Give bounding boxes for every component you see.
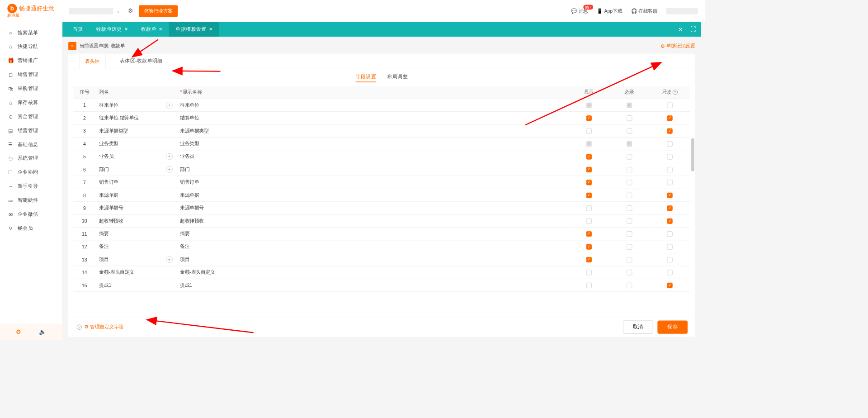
checkbox[interactable] — [627, 218, 632, 224]
cell-display[interactable]: 金额-表头自定义 — [176, 266, 569, 279]
sidebar-item[interactable]: 🛍采购管理 — [0, 81, 62, 95]
user-block[interactable] — [666, 8, 698, 14]
checkbox[interactable] — [667, 244, 672, 250]
sidebar-item[interactable]: ⌂快捷导航 — [0, 40, 62, 54]
cell-display[interactable]: 销售订单 — [176, 176, 569, 189]
sound-icon[interactable]: 🔈 — [39, 328, 46, 335]
add-icon[interactable]: + — [166, 102, 173, 109]
checkbox[interactable] — [627, 167, 632, 172]
checkbox[interactable] — [627, 180, 632, 185]
close-icon[interactable]: ✕ — [124, 27, 128, 32]
scrollbar-thumb[interactable] — [691, 138, 694, 171]
cell-display[interactable]: 来源单据类型 — [176, 124, 569, 137]
checkbox[interactable] — [586, 167, 591, 172]
sidebar-item[interactable]: 🎁营销推广 — [0, 54, 62, 68]
checkbox[interactable] — [667, 154, 672, 159]
settings-icon[interactable]: ⚙ — [16, 328, 21, 335]
checkbox[interactable] — [586, 154, 591, 159]
sidebar-item[interactable]: ☰基础信息 — [0, 138, 62, 152]
sidebar-item[interactable]: ▤经营管理 — [0, 124, 62, 138]
sidebar-item[interactable]: ⌂库存核算 — [0, 95, 62, 109]
tab[interactable]: 首页 — [66, 22, 90, 37]
sidebar-item[interactable]: ◻销售管理 — [0, 68, 62, 82]
checkbox[interactable] — [667, 283, 672, 288]
checkbox[interactable] — [586, 128, 591, 134]
collapse-handle-icon[interactable]: » — [68, 42, 76, 50]
sidebar-item[interactable]: V畅会员 — [0, 221, 62, 235]
sidebar-item[interactable]: ✉企业微信 — [0, 207, 62, 221]
cell-display[interactable]: 业务员 — [176, 150, 569, 163]
checkbox[interactable] — [586, 115, 591, 121]
close-icon[interactable]: ✕ — [159, 27, 162, 32]
cell-display[interactable]: 摘要 — [176, 228, 569, 240]
checkbox[interactable] — [667, 103, 672, 108]
cell-display[interactable]: 部门 — [176, 163, 569, 176]
cell-display[interactable]: 提成1 — [176, 279, 569, 291]
subtab-fields[interactable]: 字段设置 — [356, 74, 377, 83]
cancel-button[interactable]: 取消 — [623, 320, 653, 333]
checkbox[interactable] — [586, 218, 591, 224]
app-download-link[interactable]: 📱 App下载 — [597, 8, 622, 14]
cell-display[interactable]: 来源单据 — [176, 189, 569, 201]
sidebar-item[interactable]: ⊙资金管理 — [0, 109, 62, 124]
checkbox[interactable] — [627, 154, 632, 159]
cell-display[interactable]: 超收转预收 — [176, 214, 569, 227]
checkbox[interactable] — [627, 270, 632, 275]
checkbox[interactable] — [586, 244, 591, 250]
messages-link[interactable]: 💬 消息 99+ — [571, 8, 588, 14]
checkbox[interactable] — [627, 115, 632, 121]
checkbox[interactable] — [667, 270, 672, 275]
checkbox[interactable] — [667, 180, 672, 185]
checkbox[interactable] — [667, 167, 672, 172]
checkbox[interactable] — [627, 257, 632, 262]
checkbox[interactable] — [667, 231, 672, 237]
checkbox[interactable] — [667, 115, 672, 121]
checkbox[interactable] — [627, 128, 632, 134]
gear-icon[interactable]: ⚙ — [128, 7, 133, 14]
checkbox[interactable] — [667, 218, 672, 224]
subtab-layout[interactable]: 布局调整 — [387, 74, 408, 83]
checkbox[interactable] — [586, 193, 591, 198]
add-icon[interactable]: + — [166, 166, 173, 173]
checkbox[interactable] — [667, 141, 672, 147]
cell-display[interactable]: 结算单位 — [176, 112, 569, 124]
fullscreen-icon[interactable]: ⛶ — [688, 24, 698, 35]
tab[interactable]: 单据模板设置✕ — [169, 22, 219, 37]
sidebar-item[interactable]: ▭智能硬件 — [0, 193, 62, 207]
checkbox[interactable] — [667, 205, 672, 211]
add-icon[interactable]: + — [166, 256, 173, 263]
checkbox[interactable] — [627, 193, 632, 198]
cell-display[interactable]: 项目 — [176, 253, 569, 266]
tab-body-area[interactable]: 表体区-收款单明细 — [115, 53, 168, 68]
checkbox[interactable] — [627, 205, 632, 211]
tab-header-area[interactable]: 表头区 — [80, 54, 106, 69]
checkbox[interactable] — [627, 283, 632, 288]
add-icon[interactable]: + — [166, 153, 173, 160]
sidebar-item[interactable]: →新手引导 — [0, 180, 62, 194]
cell-display[interactable]: 备注 — [176, 240, 569, 253]
checkbox[interactable] — [627, 231, 632, 237]
checkbox[interactable] — [627, 244, 632, 250]
checkbox[interactable] — [586, 180, 591, 185]
checkbox[interactable] — [586, 257, 591, 262]
save-button[interactable]: 保存 — [657, 320, 688, 333]
customer-service-link[interactable]: 🎧 在线客服 — [631, 8, 658, 14]
cell-display[interactable]: 来源单据号 — [176, 202, 569, 214]
checkbox[interactable] — [667, 193, 672, 198]
cell-display[interactable]: 往来单位 — [176, 99, 569, 111]
tab[interactable]: 收款单✕ — [134, 22, 169, 37]
checkbox[interactable] — [586, 205, 591, 211]
sidebar-item[interactable]: ◌系统管理 — [0, 152, 62, 166]
manage-custom-fields-link[interactable]: ⚙ 管理自定义字段 — [84, 323, 123, 330]
checkbox[interactable] — [586, 283, 591, 288]
checkbox[interactable] — [586, 231, 591, 237]
memory-settings-link[interactable]: ⚙ 单据记忆设置 — [660, 43, 695, 49]
help-icon[interactable]: ? — [77, 324, 82, 329]
sidebar-item[interactable]: ⌕搜索菜单 — [0, 26, 62, 40]
checkbox[interactable] — [586, 270, 591, 275]
org-selector[interactable]: ⌄ — [69, 8, 121, 14]
tab[interactable]: 收款单历史✕ — [90, 22, 134, 37]
sidebar-item[interactable]: ☐企业协同 — [0, 166, 62, 180]
checkbox[interactable] — [667, 257, 672, 262]
experience-button[interactable]: 体验行业方案 — [139, 5, 178, 17]
